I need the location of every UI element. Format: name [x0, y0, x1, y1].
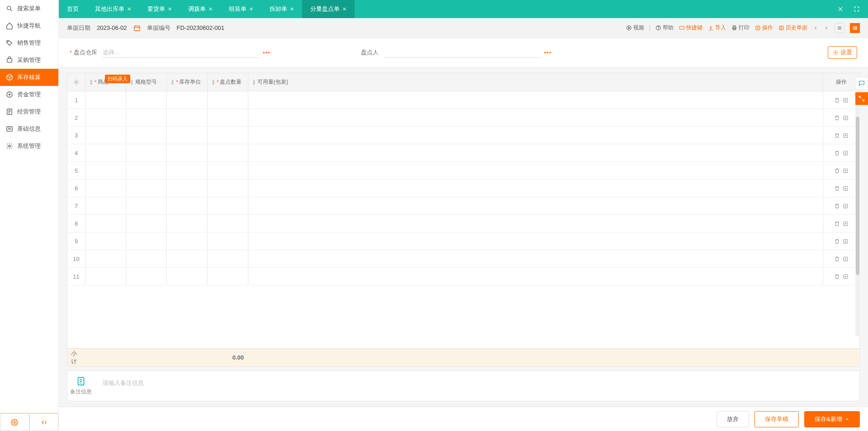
warehouse-input[interactable]: [102, 47, 260, 58]
discard-button[interactable]: 放弃: [716, 411, 749, 427]
sidebar-item-home[interactable]: 快捷导航: [0, 17, 58, 34]
chat-button[interactable]: [855, 77, 868, 90]
scrollbar[interactable]: [855, 99, 860, 336]
table-row[interactable]: 10: [67, 250, 859, 268]
sidebar: 搜索菜单 快捷导航 销售管理 采购管理 库存核算 资金管理 经营管理 基础信息: [0, 0, 59, 431]
sidebar-item-sales[interactable]: 销售管理: [0, 34, 58, 52]
sidebar-item-basic[interactable]: 基础信息: [0, 120, 58, 137]
person-label: 盘点人: [361, 48, 379, 57]
tab-request[interactable]: 要货单✕: [139, 0, 180, 18]
table-row[interactable]: 9: [67, 232, 859, 250]
close-icon[interactable]: ✕: [290, 6, 294, 12]
add-icon[interactable]: [843, 133, 849, 138]
delete-icon[interactable]: [834, 274, 840, 279]
col-name[interactable]: ▲▼*商品扫码录入: [85, 73, 126, 91]
delete-icon[interactable]: [834, 185, 840, 191]
sidebar-item-search[interactable]: 搜索菜单: [0, 0, 58, 17]
column-settings-button[interactable]: 设置: [828, 46, 857, 59]
video-button[interactable]: 视频: [626, 24, 644, 32]
table-row[interactable]: 6: [67, 180, 859, 197]
view-form-button[interactable]: [850, 23, 860, 33]
delete-icon[interactable]: [834, 133, 840, 138]
col-qty[interactable]: ▲▼*盘点数量: [208, 73, 248, 91]
sidebar-item-system[interactable]: 系统管理: [0, 137, 58, 155]
col-unit[interactable]: ▲▼*库存单位: [167, 73, 208, 91]
sidebar-item-inventory[interactable]: 库存核算: [0, 69, 58, 86]
add-icon[interactable]: [843, 274, 849, 279]
tab-other-out[interactable]: 其他出库单✕: [87, 0, 139, 18]
tab-assemble[interactable]: 组装单✕: [221, 0, 261, 18]
table-row[interactable]: 5: [67, 162, 859, 180]
delete-icon[interactable]: [834, 150, 840, 156]
add-icon[interactable]: [843, 168, 849, 174]
table-row[interactable]: 11: [67, 268, 859, 285]
table-row[interactable]: 7: [67, 197, 859, 215]
tab-disassemble[interactable]: 拆卸单✕: [261, 0, 302, 18]
settings-gear-button[interactable]: [0, 413, 29, 431]
tab-home[interactable]: 首页: [59, 0, 87, 18]
sidebar-item-operation[interactable]: 经营管理: [0, 103, 58, 120]
table-row[interactable]: 8: [67, 215, 859, 232]
person-input[interactable]: [383, 47, 541, 58]
more-icon[interactable]: •••: [263, 49, 270, 56]
sidebar-item-finance[interactable]: 资金管理: [0, 86, 58, 103]
tab-transfer[interactable]: 调拨单✕: [180, 0, 221, 18]
row-index: 7: [67, 197, 85, 214]
shortcut-button[interactable]: 快捷键: [679, 24, 702, 32]
add-icon[interactable]: [843, 97, 849, 103]
collapse-button[interactable]: [29, 413, 59, 431]
table-row[interactable]: 2: [67, 109, 859, 127]
add-icon[interactable]: [843, 203, 849, 209]
close-icon[interactable]: ✕: [249, 6, 253, 12]
tag-icon: [5, 39, 14, 47]
table-row[interactable]: 3: [67, 127, 859, 144]
print-button[interactable]: 打印: [731, 24, 749, 32]
remark-input[interactable]: [95, 371, 859, 401]
save-draft-button[interactable]: 保存草稿: [754, 411, 799, 427]
col-gear[interactable]: [67, 73, 85, 91]
sidebar-item-purchase[interactable]: 采购管理: [0, 52, 58, 69]
calendar-icon[interactable]: [133, 24, 141, 32]
close-icon[interactable]: ✕: [342, 6, 346, 12]
row-index: 6: [67, 180, 85, 197]
sidebar-bottom: [0, 413, 58, 431]
tab-count[interactable]: 分量盘点单✕: [302, 0, 355, 18]
close-icon[interactable]: ✕: [168, 6, 172, 12]
operate-button[interactable]: 操作: [755, 24, 773, 32]
prev-button[interactable]: [813, 25, 818, 31]
close-icon[interactable]: ✕: [209, 6, 213, 12]
add-icon[interactable]: [843, 256, 849, 262]
delete-icon[interactable]: [834, 168, 840, 174]
scan-badge[interactable]: 扫码录入: [105, 75, 130, 83]
history-button[interactable]: 历史单据: [778, 24, 807, 32]
save-new-button[interactable]: 保存&新增: [804, 411, 860, 427]
close-icon[interactable]: ✕: [127, 6, 131, 12]
delete-icon[interactable]: [834, 203, 840, 209]
view-list-button[interactable]: [835, 23, 844, 33]
delete-icon[interactable]: [834, 97, 840, 103]
add-icon[interactable]: [843, 238, 849, 244]
col-avail[interactable]: ▲▼可用量(包装): [248, 73, 823, 91]
import-button[interactable]: 导入: [708, 24, 726, 32]
fullscreen-button[interactable]: [851, 3, 863, 15]
next-button[interactable]: [824, 25, 829, 31]
more-icon[interactable]: •••: [544, 49, 552, 56]
close-all-button[interactable]: [835, 3, 846, 15]
add-icon[interactable]: [843, 150, 849, 156]
add-icon[interactable]: [843, 185, 849, 191]
footer: 放弃 保存草稿 保存&新增: [59, 407, 868, 431]
help-button[interactable]: 帮助: [655, 24, 674, 32]
expand-button[interactable]: [855, 92, 868, 105]
delete-icon[interactable]: [834, 256, 840, 262]
table-row[interactable]: 4: [67, 144, 859, 162]
delete-icon[interactable]: [834, 115, 840, 121]
code-label: 单据编号: [147, 24, 171, 32]
col-spec[interactable]: ▲▼规格型号: [126, 73, 167, 91]
search-icon: [5, 5, 14, 13]
add-icon[interactable]: [843, 221, 849, 227]
delete-icon[interactable]: [834, 238, 840, 244]
delete-icon[interactable]: [834, 221, 840, 227]
table-row[interactable]: 1: [67, 91, 859, 109]
add-icon[interactable]: [843, 115, 849, 121]
date-value[interactable]: 2023-06-02: [97, 24, 127, 31]
